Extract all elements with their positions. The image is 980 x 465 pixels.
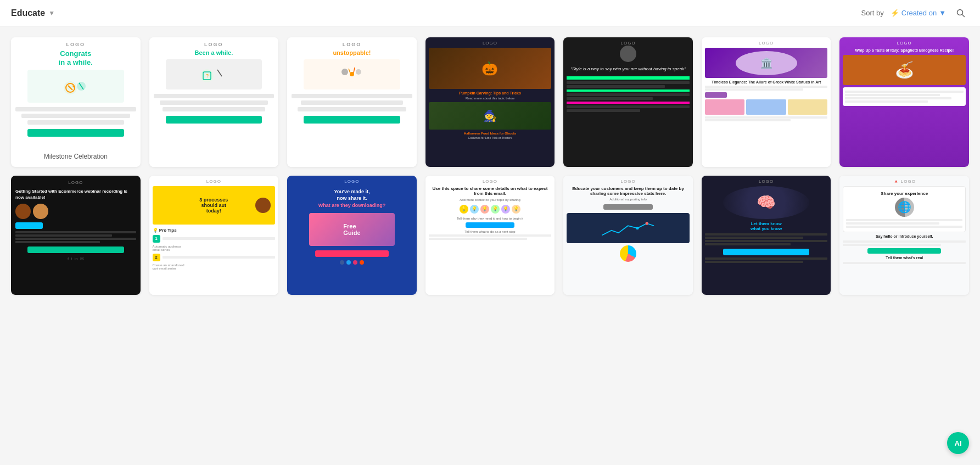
card-preview-reengagement: LOGO Been a while. ? (149, 37, 279, 167)
svg-point-15 (356, 69, 361, 75)
svg-point-14 (341, 69, 348, 75)
svg-text:?: ? (206, 73, 209, 79)
nav-right-area: Sort by ⚡ Created on ▼ (861, 5, 969, 21)
template-card-course[interactable]: LOGO unstoppable! Course (287, 37, 417, 167)
template-card-expertise[interactable]: LOGO 🧠 Let them knowwhat you know Share … (702, 176, 831, 295)
template-card-milestone[interactable]: LOGO Congratsin a while. (11, 37, 141, 167)
sort-dropdown[interactable]: ⚡ Created on ▼ (891, 9, 946, 17)
card-label-milestone: Milestone Celebration (11, 147, 141, 167)
card-preview-recipe: LOGO Whip Up a Taste of Italy: Spaghetti… (839, 37, 969, 167)
brand-name[interactable]: Educate (11, 8, 45, 18)
card-preview-halloween: LOGO Pumpkin Carving: Tips and Tricks Re… (425, 37, 555, 167)
template-card-webinar[interactable]: LOGO Getting Started with Ecommerce webi… (11, 176, 141, 295)
card-preview-news: LOGO 🏛️ Timeless Elegance: The Allure of… (702, 37, 831, 167)
card-preview-stayupdated: LOGO Educate your customers and keep the… (563, 176, 693, 295)
svg-line-1 (962, 14, 965, 16)
template-card-protips[interactable]: LOGO 3 processesshould auttoday! 💡 Pro T… (149, 176, 279, 295)
search-button[interactable] (953, 5, 969, 21)
svg-point-19 (636, 227, 639, 229)
sort-icon: ⚡ (891, 9, 899, 17)
brand-chevron[interactable]: ▼ (48, 9, 55, 17)
template-row-1: LOGO Congratsin a while. (11, 37, 969, 167)
card-preview-share: LOGO You've made it,now share it.What ar… (287, 176, 417, 295)
card-preview-milestone: LOGO Congratsin a while. (11, 37, 141, 147)
template-card-stayupdated[interactable]: LOGO Educate your customers and keep the… (563, 176, 693, 295)
template-gallery: LOGO Congratsin a while. (0, 26, 980, 315)
nav-brand-area: Educate ▼ (11, 8, 55, 18)
card-preview-fashion: LOGO "Style is a way to say who you are … (563, 37, 693, 167)
card-preview-expertise: LOGO 🧠 Let them knowwhat you know (702, 176, 831, 295)
sort-chevron-icon: ▼ (939, 9, 946, 17)
top-navigation: Educate ▼ Sort by ⚡ Created on ▼ (0, 0, 980, 26)
template-row-2: LOGO Getting Started with Ecommerce webi… (11, 176, 969, 295)
template-card-demonstrated[interactable]: 🔺 LOGO Share your experience 🌐 Say hello… (839, 176, 969, 295)
svg-point-18 (350, 72, 354, 76)
template-card-brainstorm[interactable]: LOGO Use this space to share some detail… (425, 176, 555, 295)
sort-value-text: Created on (901, 9, 937, 17)
template-card-halloween[interactable]: LOGO Pumpkin Carving: Tips and Tricks Re… (425, 37, 555, 167)
template-card-news[interactable]: LOGO 🏛️ Timeless Elegance: The Allure of… (702, 37, 831, 167)
sort-label: Sort by (861, 9, 884, 17)
template-card-recipe[interactable]: LOGO Whip Up a Taste of Italy: Spaghetti… (839, 37, 969, 167)
card-preview-webinar: LOGO Getting Started with Ecommerce webi… (11, 176, 141, 295)
card-preview-demonstrated: 🔺 LOGO Share your experience 🌐 Say hello… (839, 176, 969, 295)
template-card-fashion[interactable]: LOGO "Style is a way to say who you are … (563, 37, 693, 167)
svg-point-20 (646, 222, 648, 225)
card-preview-course: LOGO unstoppable! (287, 37, 417, 167)
template-card-reengagement[interactable]: LOGO Been a while. ? Reengagement Campa (149, 37, 279, 167)
ai-assistant-button[interactable]: AI (947, 432, 969, 454)
card-preview-brainstorm: LOGO Use this space to share some detail… (425, 176, 555, 295)
template-card-share[interactable]: LOGO You've made it,now share it.What ar… (287, 176, 417, 295)
card-preview-protips: LOGO 3 processesshould auttoday! 💡 Pro T… (149, 176, 279, 295)
